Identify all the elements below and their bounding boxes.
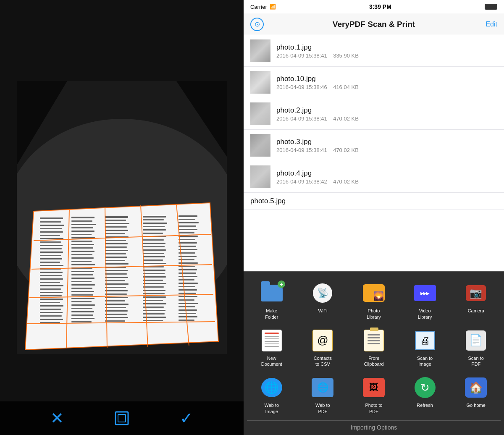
file-item-4[interactable]: photo.3.jpg 2016-04-09 15:38:41 470.02 K… — [244, 130, 504, 161]
file-name-3: photo.2.jpg — [276, 106, 497, 115]
svg-rect-106 — [143, 233, 163, 234]
svg-rect-102 — [143, 219, 164, 220]
svg-rect-41 — [71, 231, 94, 232]
svg-rect-97 — [105, 310, 128, 312]
action-scan-to-image[interactable]: 🖨 Scan toImage — [400, 326, 450, 370]
svg-rect-122 — [143, 286, 164, 288]
action-photo-to-pdf[interactable]: 🖼 Photo toPDF — [349, 373, 399, 417]
file-name-4: photo.3.jpg — [276, 138, 497, 146]
from-clipboard-icon-wrap — [362, 328, 386, 353]
photo-library-icon-wrap — [362, 281, 386, 305]
wifi-icon: 📡 — [313, 283, 332, 303]
svg-rect-112 — [143, 253, 164, 254]
cancel-button[interactable]: ✕ — [50, 409, 64, 427]
settings-icon[interactable]: ⊙ — [250, 18, 264, 31]
crop-button[interactable] — [114, 410, 130, 426]
svg-rect-148 — [178, 266, 195, 267]
action-go-home[interactable]: 🏠 Go home — [451, 373, 501, 417]
file-item-2[interactable]: photo.10.jpg 2016-04-09 15:38:46 416.04 … — [244, 67, 504, 98]
svg-rect-58 — [71, 288, 92, 289]
svg-rect-104 — [143, 226, 165, 227]
svg-rect-17 — [40, 258, 62, 259]
svg-rect-152 — [178, 279, 194, 280]
action-video-library[interactable]: ▶▶▶ VideoLibrary — [400, 278, 450, 322]
action-scan-to-pdf[interactable]: 📄 Scan toPDF — [451, 326, 501, 370]
nav-bar: ⊙ VeryPDF Scan & Print Edit — [244, 13, 504, 35]
svg-rect-56 — [71, 281, 92, 282]
action-web-to-image[interactable]: 🌐 Web toImage — [247, 373, 297, 417]
file-item-5[interactable]: photo.4.jpg 2016-04-09 15:38:42 470.02 K… — [244, 161, 504, 193]
action-from-clipboard[interactable]: FromClipboard — [349, 326, 399, 370]
file-thumb-3 — [250, 102, 270, 125]
action-contacts-csv[interactable]: @ Contactsto CSV — [298, 326, 348, 370]
svg-rect-46 — [71, 247, 93, 249]
action-wifi[interactable]: 📡 WiFi — [298, 278, 348, 322]
svg-rect-141 — [178, 242, 197, 244]
svg-rect-9 — [40, 231, 63, 233]
svg-rect-51 — [71, 264, 95, 265]
web-to-image-icon: 🌐 — [261, 378, 282, 397]
action-web-to-pdf[interactable]: 🌐 Web toPDF — [298, 373, 348, 417]
file-name-5: photo.4.jpg — [276, 169, 497, 178]
svg-rect-31 — [40, 305, 63, 307]
svg-rect-134 — [178, 219, 195, 220]
action-camera[interactable]: Camera — [451, 278, 501, 322]
svg-rect-73 — [105, 230, 128, 231]
file-name-6: photo.5.jpg — [250, 197, 286, 205]
svg-rect-86 — [105, 273, 127, 275]
svg-rect-133 — [178, 215, 197, 217]
photo-library-icon — [363, 284, 385, 302]
svg-rect-64 — [71, 308, 92, 309]
svg-rect-117 — [143, 270, 165, 271]
svg-rect-120 — [143, 280, 163, 281]
svg-rect-91 — [105, 290, 128, 291]
svg-rect-125 — [143, 296, 166, 298]
svg-rect-68 — [71, 321, 92, 322]
svg-rect-160 — [178, 306, 195, 307]
svg-rect-94 — [105, 300, 125, 301]
action-refresh[interactable]: ↻ Refresh — [400, 373, 450, 417]
file-thumb-2 — [250, 71, 270, 94]
svg-rect-77 — [105, 243, 128, 244]
svg-rect-40 — [71, 227, 93, 228]
import-options-label: Importing Options — [351, 424, 397, 431]
svg-rect-29 — [40, 299, 63, 300]
svg-rect-37 — [71, 217, 94, 218]
file-thumb-4 — [250, 134, 270, 157]
wifi-label: WiFi — [318, 308, 327, 314]
file-meta-3: 2016-04-09 15:38:41 470.02 KB — [276, 115, 497, 122]
photo-to-pdf-icon-wrap: 🖼 — [362, 375, 386, 400]
action-new-document[interactable]: NewDocument — [247, 326, 297, 370]
svg-rect-65 — [71, 311, 94, 312]
file-item-1[interactable]: photo.1.jpg 2016-04-09 15:38:41 335.90 K… — [244, 35, 504, 67]
svg-rect-78 — [105, 246, 127, 248]
action-make-folder[interactable]: + MakeFolder — [247, 278, 297, 322]
scan-to-image-label: Scan toImage — [417, 355, 433, 367]
svg-rect-16 — [40, 255, 61, 256]
camera-label: Camera — [468, 308, 484, 314]
svg-rect-26 — [40, 288, 61, 290]
svg-rect-80 — [105, 253, 126, 254]
svg-rect-47 — [71, 251, 94, 252]
scan-to-pdf-icon: 📄 — [466, 330, 486, 351]
file-item-3[interactable]: photo.2.jpg 2016-04-09 15:38:41 470.02 K… — [244, 98, 504, 130]
file-name-1: photo.1.jpg — [276, 43, 497, 52]
confirm-button[interactable]: ✓ — [180, 409, 193, 427]
new-document-icon — [262, 330, 282, 351]
wifi-status-icon: 📶 — [270, 4, 276, 10]
svg-rect-127 — [143, 303, 166, 304]
svg-rect-174 — [116, 412, 128, 425]
file-meta-4: 2016-04-09 15:38:41 470.02 KB — [276, 147, 497, 153]
edit-button[interactable]: Edit — [486, 21, 497, 28]
file-item-6[interactable]: photo.5.jpg — [244, 193, 504, 210]
action-photo-library[interactable]: PhotoLibrary — [349, 278, 399, 322]
camera-icon-wrap — [464, 281, 488, 305]
file-info-1: photo.1.jpg 2016-04-09 15:38:41 335.90 K… — [276, 43, 497, 59]
app-title: VeryPDF Scan & Print — [269, 20, 479, 29]
svg-rect-63 — [71, 304, 95, 306]
svg-rect-30 — [40, 302, 60, 303]
svg-rect-142 — [178, 246, 196, 247]
file-thumb-5 — [250, 165, 270, 188]
svg-rect-163 — [178, 316, 197, 317]
svg-rect-79 — [105, 250, 128, 251]
